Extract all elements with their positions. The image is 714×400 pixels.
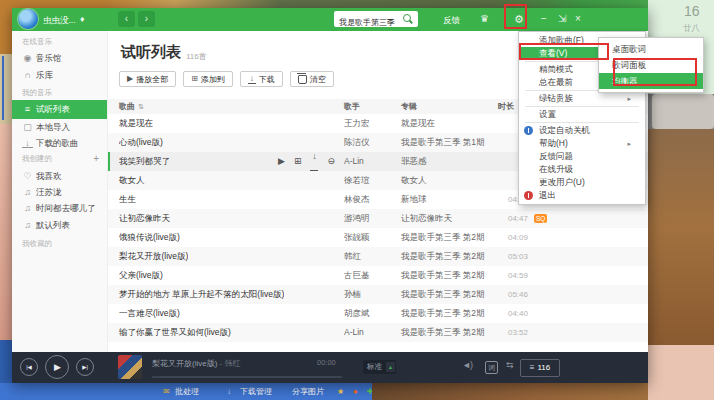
add-playlist-button[interactable]: + (93, 152, 99, 166)
table-row[interactable]: 输了你赢了世界又如何(live版)A-Lin我是歌手第三季 第2期03:52 (108, 323, 648, 342)
table-row[interactable]: 饿狼传说(live版)张靓颖我是歌手第三季 第2期04:09 (108, 228, 648, 247)
background-left-photo-mid (0, 54, 12, 124)
menu-item-7[interactable]: 帮助(H)▸ (519, 137, 645, 150)
column-album[interactable]: 专辑 (401, 99, 417, 114)
sidebar-item-6[interactable]: ↓下载的歌曲 (12, 135, 107, 152)
now-playing-artist: - 韩红 (217, 359, 240, 368)
next-button[interactable]: ▶| (76, 358, 94, 376)
song-title: 梨花又开放(live版) (119, 247, 188, 266)
menu-item-5[interactable]: 设置 (519, 108, 645, 121)
browser-dot-icon[interactable]: ● (353, 387, 358, 397)
song-title: 我笑到都哭了 (119, 152, 170, 171)
heart-icon: ♡ (22, 168, 33, 185)
mini-mode-button[interactable]: ⇲ (558, 13, 566, 24)
search-input[interactable] (334, 15, 401, 30)
song-album: 我是歌手第三季 第2期 (401, 304, 485, 323)
annotation-box-gear (504, 4, 527, 29)
playlist-toggle[interactable]: ≡116 (520, 359, 560, 377)
background-bottom-photo (372, 383, 648, 400)
table-row[interactable]: 梦开始的地方 草原上升起不落的太阳(live版)孙楠我是歌手第三季 第2期05:… (108, 285, 648, 304)
sidebar-item-10[interactable]: ♫时间都去哪儿了 (12, 200, 107, 217)
menu-item-4[interactable]: 绿钻贵族▸ (519, 92, 645, 105)
menu-item-11[interactable]: 退出 (519, 189, 645, 202)
volume-icon[interactable]: ◄) (462, 360, 472, 370)
menu-item-10[interactable]: 更改用户(U) (519, 176, 645, 189)
sidebar-item-2[interactable]: ∩乐库 (12, 67, 107, 84)
sidebar-item-label: 下载的歌曲 (36, 138, 79, 148)
song-duration: 04:09 (493, 228, 528, 247)
table-row[interactable]: 梨花又开放(live版)韩红我是歌手第三季 第2期05:03 (108, 247, 648, 266)
previous-button[interactable]: |◀ (20, 358, 38, 376)
forward-button[interactable]: › (138, 11, 155, 27)
row-add-icon[interactable]: ⊞ (294, 152, 302, 171)
sidebar-item-5[interactable]: ▢本地导入 (12, 119, 107, 136)
star-icon[interactable]: ★ (337, 387, 344, 397)
search-icon[interactable] (403, 14, 411, 22)
song-album: 新地球 (401, 190, 427, 209)
clear-button[interactable]: 清空 (290, 71, 334, 87)
menu-item-9[interactable]: 在线升级 (519, 163, 645, 176)
row-download-icon[interactable]: ↓ (310, 152, 318, 171)
quality-selector[interactable]: 标准▲ (363, 360, 396, 374)
close-button[interactable]: × (575, 13, 581, 24)
download-button[interactable]: ↓下载 (240, 71, 283, 87)
power-red-icon (524, 191, 533, 200)
sidebar-item-label: 音乐馆 (36, 53, 62, 63)
minimize-button[interactable]: − (541, 13, 547, 24)
table-row[interactable]: 父亲(live版)古巨基我是歌手第三季 第2期04:59 (108, 266, 648, 285)
song-duration: 04:59 (493, 266, 528, 285)
column-song[interactable]: 歌曲⇅ (119, 99, 144, 114)
sidebar-item-label: 本地导入 (36, 122, 70, 132)
play-button[interactable]: ▶ (45, 355, 69, 379)
username[interactable]: 虫虫没... (43, 15, 76, 27)
list-icon: ≡ (22, 100, 33, 119)
toolbar-label: 分享图片 (292, 387, 324, 397)
menu-item-8[interactable]: 反馈问题 (519, 150, 645, 163)
song-album: 敬女人 (401, 171, 427, 190)
sidebar-section-label: 我收藏的 (22, 237, 107, 251)
play-all-button[interactable]: ▶播放全部 (119, 71, 176, 87)
sidebar-item-1[interactable]: ◉音乐馆 (12, 50, 107, 67)
note-icon: ♫ (22, 184, 33, 201)
elapsed-time: 00:00 (317, 358, 336, 367)
song-duration: 05:03 (493, 247, 528, 266)
song-artist: 胡彦斌 (344, 304, 370, 323)
play-mode-icon[interactable]: ⇆ (506, 360, 514, 370)
user-avatar[interactable] (18, 9, 38, 29)
sidebar-section-label: 在线音乐 (22, 35, 107, 49)
player-bar: |◀ ▶ ▶| 梨花又开放(live版) - 韩红 00:00 标准▲ ◄) 词… (12, 352, 648, 383)
album-art[interactable] (118, 355, 142, 379)
add-to-button[interactable]: ⊞添加到 (183, 71, 233, 87)
back-button[interactable]: ‹ (118, 11, 135, 27)
progress-bar[interactable] (152, 376, 342, 378)
table-row[interactable]: 一言难尽(live版)胡彦斌我是歌手第三季 第2期04:40 (108, 304, 648, 323)
sidebar-item-4[interactable]: ≡试听列表 (12, 100, 107, 119)
column-duration[interactable]: 时长 (498, 99, 514, 114)
sidebar-item-11[interactable]: ♫默认列表 (12, 217, 107, 234)
table-row[interactable]: 让初恋像昨天游鸿明让初恋像昨天04:47SQ (108, 209, 648, 228)
column-artist[interactable]: 歌手 (344, 99, 360, 114)
note-icon: ♫ (22, 217, 33, 234)
submenu-item-0[interactable]: 桌面歌词 (599, 41, 703, 57)
menu-separator (525, 122, 639, 123)
menu-item-6[interactable]: 设定自动关机 (519, 124, 645, 137)
trash-icon (298, 75, 307, 84)
song-album: 我是歌手第三季 第2期 (401, 228, 485, 247)
song-album: 我是歌手第三季 第1期 (401, 133, 485, 152)
song-duration: 03:52 (493, 323, 528, 342)
sidebar-item-9[interactable]: ♫汪苏泷 (12, 184, 107, 201)
lyrics-icon[interactable]: 词 (485, 361, 498, 374)
submenu-arrow-icon: ▸ (627, 137, 631, 150)
submenu-arrow-icon: ▸ (627, 92, 631, 105)
button-label: 播放全部 (136, 74, 168, 85)
feedback-link[interactable]: 反馈 (443, 15, 460, 27)
row-play-icon[interactable]: ▶ (278, 152, 285, 171)
search-box[interactable] (334, 11, 418, 27)
crown-icon[interactable]: ♛ (480, 13, 489, 24)
row-more-icon[interactable]: ⊖ (327, 152, 335, 171)
button-label: 清空 (310, 74, 326, 85)
sidebar-item-8[interactable]: ♡我喜欢 (12, 168, 107, 185)
envelope-icon[interactable]: ✉ (163, 387, 170, 397)
toolbar-label: 批处理 (175, 387, 199, 397)
download-arrow-icon[interactable]: ↓ (227, 387, 231, 397)
